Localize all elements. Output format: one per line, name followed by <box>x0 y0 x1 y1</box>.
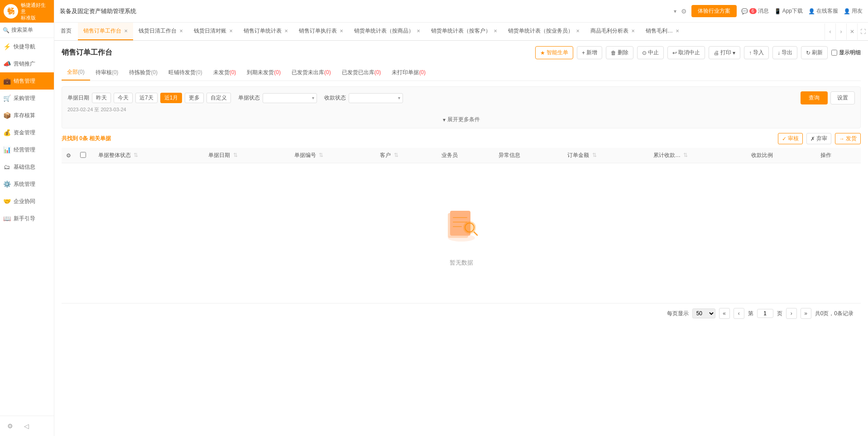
sidebar-item-purchase[interactable]: 🛒 采购管理 <box>0 90 54 107</box>
sidebar-item-marketing[interactable]: 📣 营销推广 <box>0 55 54 72</box>
date-7days-btn[interactable]: 近7天 <box>135 93 158 103</box>
tab-sales-workbench[interactable]: 销售订单工作台 ✕ <box>78 23 133 40</box>
th-checkbox[interactable] <box>76 148 94 163</box>
tab-close-order-exec[interactable]: ✕ <box>340 28 343 33</box>
settings-icon[interactable]: ⚙ <box>681 8 687 15</box>
tab-daily-clear[interactable]: 钱货日清工作台 ✕ <box>133 23 188 40</box>
sidebar-item-sales[interactable]: 💼 销售管理 <box>0 72 54 90</box>
sort-icon-date[interactable]: ⇅ <box>233 152 238 158</box>
tab-gross-margin[interactable]: 商品毛利分析表 ✕ <box>585 23 640 40</box>
sidebar-item-enterprise[interactable]: 🤝 企业协同 <box>0 193 54 210</box>
settings-btn[interactable]: ⚙ <box>4 420 16 432</box>
import-btn[interactable]: ↑ 导入 <box>744 46 769 59</box>
sort-icon-amount[interactable]: ⇅ <box>592 152 597 158</box>
tab-close-sales-margin[interactable]: ✕ <box>676 28 679 33</box>
tab-close-order-stats[interactable]: ✕ <box>284 28 288 33</box>
sub-tab-pending-review[interactable]: 待审核(0) <box>90 65 124 80</box>
show-detail-input[interactable] <box>831 50 837 56</box>
sort-icon-customer[interactable]: ⇅ <box>394 152 398 158</box>
sort-icon-cumulative[interactable]: ⇅ <box>683 152 688 158</box>
show-detail-checkbox[interactable]: 显示明细 <box>831 49 861 57</box>
tab-sales-by-staff[interactable]: 销货单统计表（按业务员） ✕ <box>503 23 585 40</box>
per-page-select[interactable]: 50 100 200 <box>692 308 715 318</box>
filter-setting-btn[interactable]: 设置 <box>830 91 855 104</box>
filter-buttons: 查询 设置 <box>801 91 855 104</box>
date-yesterday-btn[interactable]: 昨天 <box>92 93 111 103</box>
sub-tab-wangpu-ship[interactable]: 旺铺待发货(0) <box>163 65 208 80</box>
date-custom-btn[interactable]: 自定义 <box>206 93 231 103</box>
print-btn[interactable]: 🖨 打印 ▾ <box>709 46 740 59</box>
status-select[interactable] <box>263 93 317 103</box>
payment-select[interactable] <box>349 93 403 103</box>
sidebar-item-quick-nav[interactable]: ⚡ 快捷导航 <box>0 38 54 55</box>
sidebar-item-search[interactable]: 🔍 搜索菜单 <box>0 23 54 38</box>
date-today-btn[interactable]: 今天 <box>114 93 133 103</box>
tab-close-sales-by-staff[interactable]: ✕ <box>576 28 580 33</box>
app-download-btn[interactable]: 📱 App下载 <box>774 7 803 15</box>
cancel-stop-btn[interactable]: ↩ 取消中止 <box>667 46 705 59</box>
tab-daily-reconcile[interactable]: 钱货日清对账 ✕ <box>188 23 238 40</box>
sub-tab-overdue-not-shipped[interactable]: 到期未发货(0) <box>241 65 286 80</box>
sort-icon-status[interactable]: ⇅ <box>134 152 138 158</box>
sub-tab-all[interactable]: 全部(0) <box>62 65 90 81</box>
page-last-btn[interactable]: » <box>801 308 811 319</box>
online-service-btn[interactable]: 👤 在线客服 <box>808 7 838 15</box>
sidebar-item-basic[interactable]: 🗂 基础信息 <box>0 158 54 175</box>
sidebar-item-finance[interactable]: 💰 资金管理 <box>0 124 54 141</box>
tab-scroll-right-btn[interactable]: › <box>835 24 846 40</box>
tab-close-daily-reconcile[interactable]: ✕ <box>229 28 233 33</box>
sub-tab-shipped-not-out[interactable]: 已发货未出库(0) <box>286 65 336 80</box>
collapse-btn[interactable]: ◁ <box>20 420 33 432</box>
tab-close-daily-clear[interactable]: ✕ <box>179 28 183 33</box>
smart-create-btn[interactable]: ★ 智能生单 <box>535 46 573 59</box>
user-btn[interactable]: 👤 用友 <box>844 7 863 15</box>
page-first-btn[interactable]: « <box>719 308 730 319</box>
tab-close-sales-by-product[interactable]: ✕ <box>417 28 420 33</box>
tab-fullscreen-btn[interactable]: ⛶ <box>857 24 868 40</box>
message-btn[interactable]: 💬 6 消息 <box>741 7 769 15</box>
page-input[interactable] <box>757 309 773 318</box>
tab-order-stats[interactable]: 销售订单统计表 ✕ <box>238 23 293 40</box>
tab-sales-margin[interactable]: 销售毛利… ✕ <box>640 23 685 40</box>
query-btn[interactable]: 查询 <box>801 91 828 104</box>
delete-btn[interactable]: 🗑 删除 <box>606 46 633 59</box>
cancel-audit-btn[interactable]: ✗ 弃审 <box>806 133 831 144</box>
sidebar-item-operations[interactable]: 📊 经营管理 <box>0 141 54 158</box>
dropdown-arrow-icon[interactable]: ▾ <box>674 8 676 14</box>
sort-icon-number[interactable]: ⇅ <box>319 152 323 158</box>
plus-icon: + <box>582 50 585 56</box>
tab-home[interactable]: 首页 <box>54 23 78 40</box>
audit-btn[interactable]: ✓ 审核 <box>778 133 803 144</box>
tab-order-exec[interactable]: 销售订单执行表 ✕ <box>293 23 349 40</box>
filter-bar: 单据日期 昨天 今天 近7天 近1月 更多 自定义 单据状态 <box>62 86 861 128</box>
select-all-checkbox[interactable] <box>80 152 86 158</box>
sidebar-item-system[interactable]: ⚙️ 系统管理 <box>0 175 54 193</box>
date-1month-btn[interactable]: 近1月 <box>160 93 182 103</box>
refresh-btn[interactable]: ↻ 刷新 <box>801 46 828 59</box>
page-prev-btn[interactable]: ‹ <box>734 308 744 319</box>
tab-sales-by-product[interactable]: 销货单统计表（按商品） ✕ <box>349 23 426 40</box>
sub-tab-not-printed[interactable]: 未打印单据(0) <box>386 65 431 80</box>
sub-tab-shipped-out[interactable]: 已发货已出库(0) <box>336 65 387 80</box>
ship-btn[interactable]: → 发货 <box>835 133 861 144</box>
add-btn[interactable]: + 新增 <box>577 46 602 59</box>
date-filter-label: 单据日期 <box>67 94 89 102</box>
tab-scroll-left-btn[interactable]: ‹ <box>825 24 835 40</box>
sub-tab-pending-inspect[interactable]: 待拣验货(0) <box>124 65 163 80</box>
th-settings[interactable]: ⚙ <box>62 148 76 163</box>
sidebar-item-guide[interactable]: 📖 新手引导 <box>0 210 54 227</box>
tab-close-current-btn[interactable]: ✕ <box>846 24 857 40</box>
tab-close-sales-workbench[interactable]: ✕ <box>124 28 128 33</box>
stop-btn[interactable]: ⊙ 中止 <box>637 46 664 59</box>
tab-sales-by-customer[interactable]: 销货单统计表（按客户） ✕ <box>426 23 503 40</box>
industry-solution-btn[interactable]: 体验行业方案 <box>691 5 737 17</box>
date-more-btn[interactable]: 更多 <box>185 93 204 103</box>
expand-filter-btn[interactable]: ▾ 展开更多条件 <box>67 116 855 123</box>
sidebar-item-inventory[interactable]: 📦 库存核算 <box>0 107 54 124</box>
export-btn[interactable]: ↓ 导出 <box>772 46 797 59</box>
tab-close-sales-by-customer[interactable]: ✕ <box>494 28 497 33</box>
th-operation: 操作 <box>816 148 861 163</box>
sub-tab-not-shipped[interactable]: 未发货(0) <box>208 65 242 80</box>
page-next-btn[interactable]: › <box>786 308 797 319</box>
tab-close-gross-margin[interactable]: ✕ <box>631 28 635 33</box>
